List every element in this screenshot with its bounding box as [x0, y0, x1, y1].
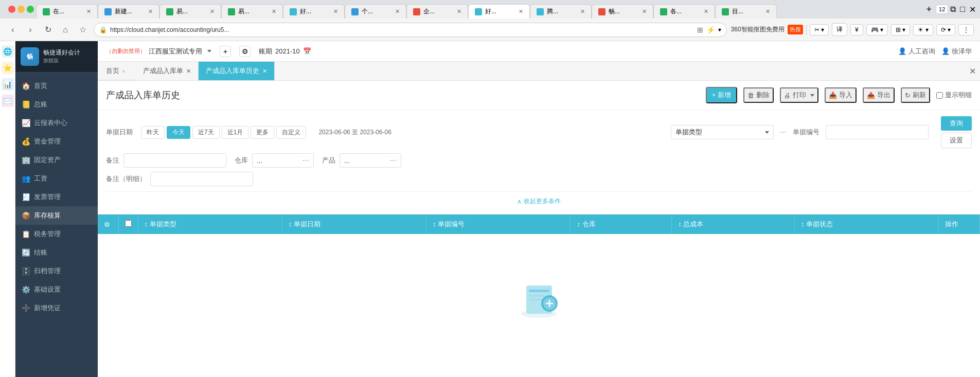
th-doc-status[interactable]: ↕ 单据状态: [794, 214, 938, 234]
sidebar-item-archive[interactable]: 🗄️ 归档管理: [15, 262, 98, 280]
select-all-checkbox[interactable]: [125, 220, 132, 227]
tab-close-t11[interactable]: ✕: [704, 8, 708, 15]
browser-tab-t12[interactable]: 目... ✕: [715, 4, 777, 19]
tab-close-t5[interactable]: ✕: [333, 8, 338, 15]
th-checkbox[interactable]: [118, 214, 138, 234]
detail-remark-input[interactable]: [150, 172, 253, 186]
collapse-button[interactable]: ∧ 收起更多条件: [106, 195, 972, 208]
th-total-cost[interactable]: ↕ 总成本: [672, 214, 795, 234]
query-button[interactable]: 查询: [941, 116, 972, 131]
tab-list-close[interactable]: ✕: [186, 68, 191, 75]
th-doc-type[interactable]: ↕ 单据类型: [138, 214, 282, 234]
sidebar-item-cloud[interactable]: 📈 云报表中心: [15, 114, 98, 132]
window-close-button[interactable]: [8, 6, 15, 13]
more-button[interactable]: ⋮: [958, 24, 974, 35]
restore-button[interactable]: ⧉: [950, 5, 956, 14]
sidebar-item-inventory[interactable]: 📦 库存核算: [15, 206, 98, 225]
sidebar-item-settings[interactable]: ⚙️ 基础设置: [15, 280, 98, 299]
refresh-button[interactable]: ↻ 刷新: [901, 87, 930, 103]
date-option-0[interactable]: 昨天: [141, 126, 165, 139]
breadcrumb-home[interactable]: 首页: [106, 66, 119, 76]
browser-tab-t10[interactable]: 畅... ✕: [592, 4, 653, 19]
iconbar-report[interactable]: 📊: [2, 78, 14, 91]
filter-settings-button[interactable]: 设置: [941, 133, 972, 148]
tab-history-close[interactable]: ✕: [262, 68, 267, 75]
tab-close-t6[interactable]: ✕: [395, 8, 400, 15]
close-button[interactable]: ✕: [969, 5, 976, 14]
import-button[interactable]: 📥 导入: [825, 87, 857, 103]
company-selector[interactable]: （勿删勿禁用） 江西服宝测试专用: [106, 47, 211, 56]
tab-list[interactable]: 产成品入库单 ✕: [136, 62, 199, 80]
panel-close-button[interactable]: ✕: [969, 66, 980, 76]
maximize-button[interactable]: □: [960, 5, 965, 14]
show-detail-checkbox-label[interactable]: 显示明细: [936, 91, 972, 100]
browser-tab-t5[interactable]: 好... ✕: [283, 4, 345, 19]
sidebar-item-checkout[interactable]: 🔄 结账: [15, 243, 98, 262]
tab-close-t7[interactable]: ✕: [457, 8, 461, 15]
date-option-5[interactable]: 自定义: [276, 126, 306, 139]
grid-view-button[interactable]: ⊞ ▾: [891, 24, 910, 35]
home-button[interactable]: ⌂: [59, 23, 72, 37]
scissors-button[interactable]: ✂ ▾: [810, 24, 829, 35]
address-bar[interactable]: 🔒 https://cloud.chanjet.com/accounting/u…: [94, 23, 727, 37]
theme-button[interactable]: ☀ ▾: [913, 24, 933, 35]
yuan-button[interactable]: ¥: [850, 24, 863, 35]
doc-no-input[interactable]: [826, 125, 929, 139]
browser-tab-t1[interactable]: 在... ✕: [36, 4, 98, 19]
warehouse-select[interactable]: ... ···: [252, 153, 314, 168]
sidebar-item-ledger[interactable]: 📒 总账: [15, 95, 98, 114]
sidebar-item-fixed[interactable]: 🏢 固定资产: [15, 151, 98, 169]
browser-tab-t6[interactable]: 个... ✕: [345, 4, 406, 19]
browser-tab-t2[interactable]: 新建... ✕: [98, 4, 159, 19]
sidebar-item-payroll[interactable]: 👥 工资: [15, 169, 98, 188]
sidebar-item-tax[interactable]: 📋 税务管理: [15, 225, 98, 243]
sync-button[interactable]: ⟳ ▾: [936, 24, 955, 35]
date-option-4[interactable]: 更多: [251, 126, 274, 139]
sidebar-item-newbill[interactable]: ➕ 新增凭证: [15, 299, 98, 317]
th-settings[interactable]: ⚙: [98, 214, 118, 234]
tab-close-t10[interactable]: ✕: [642, 8, 647, 15]
add-button[interactable]: + 新增: [706, 87, 737, 103]
iconbar-browser[interactable]: 🌐: [2, 45, 14, 58]
tab-count-badge[interactable]: 12: [936, 5, 948, 14]
translate-button[interactable]: 译: [832, 23, 847, 36]
export-button[interactable]: 📤 导出: [863, 87, 895, 103]
tab-close-t4[interactable]: ✕: [272, 8, 276, 15]
print-button[interactable]: 🖨 打印: [780, 87, 818, 103]
sidebar-item-home[interactable]: 🏠 首页: [15, 77, 98, 95]
product-select[interactable]: ... ···: [340, 153, 401, 168]
date-option-2[interactable]: 近7天: [192, 126, 220, 139]
tab-close-t12[interactable]: ✕: [765, 8, 770, 15]
delete-button[interactable]: 🗑 删除: [743, 87, 774, 103]
dropdown-icon[interactable]: ▾: [718, 26, 721, 33]
browser-tab-t7[interactable]: 企... ✕: [406, 4, 468, 19]
tab-close-t9[interactable]: ✕: [580, 8, 585, 15]
reload-button[interactable]: ↻: [41, 23, 55, 37]
back-button[interactable]: ‹: [6, 23, 20, 37]
tab-history[interactable]: 产成品入库单历史 ✕: [199, 62, 275, 80]
show-detail-checkbox[interactable]: [936, 92, 943, 99]
browser-tab-t4[interactable]: 易... ✕: [221, 4, 283, 19]
tab-close-t3[interactable]: ✕: [210, 8, 215, 15]
bookmark-button[interactable]: ☆: [76, 23, 90, 37]
add-company-button[interactable]: +: [220, 46, 231, 57]
browser-tab-t9[interactable]: 腾... ✕: [530, 4, 592, 19]
game-button[interactable]: 🎮 ▾: [866, 24, 888, 35]
th-warehouse[interactable]: ↕ 仓库: [571, 214, 672, 234]
calendar-icon[interactable]: 📅: [303, 47, 311, 55]
user-info[interactable]: 👤 徐泽华: [941, 47, 972, 56]
tab-close-t1[interactable]: ✕: [86, 8, 91, 15]
doc-type-select[interactable]: 单据类型: [671, 125, 774, 139]
window-maximize-button[interactable]: [27, 6, 34, 13]
browser-tab-t11[interactable]: 各... ✕: [653, 4, 715, 19]
browser-tab-t3[interactable]: 易... ✕: [159, 4, 221, 19]
sidebar-item-fund[interactable]: 💰 资金管理: [15, 132, 98, 151]
iconbar-mail[interactable]: ✉️: [2, 95, 14, 107]
service-button[interactable]: 👤 人工咨询: [898, 47, 935, 56]
sidebar-item-invoice[interactable]: 🧾 发票管理: [15, 188, 98, 206]
iconbar-favorite[interactable]: ⭐: [2, 62, 14, 74]
date-option-1[interactable]: 今天: [167, 126, 190, 139]
remark-input[interactable]: [123, 153, 226, 168]
th-doc-no[interactable]: ↕ 单据编号: [426, 214, 571, 234]
browser-tab-t8[interactable]: 好... ✕: [468, 4, 530, 19]
